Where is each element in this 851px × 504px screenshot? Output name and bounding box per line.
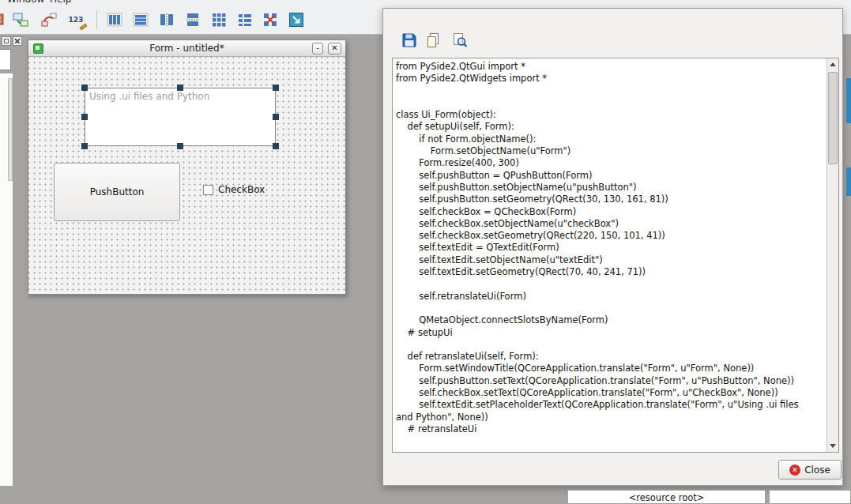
layout-form-glyph	[236, 11, 254, 28]
tab-order-numbers: 123	[69, 16, 84, 24]
up-triangle-glyph	[830, 62, 836, 66]
selection-handle-bottom-center[interactable]	[177, 143, 183, 149]
selection-handle-bottom-left[interactable]	[81, 143, 88, 149]
dock-close-icon[interactable]	[13, 36, 22, 46]
layout-grid-glyph	[210, 11, 228, 28]
resource-root-item[interactable]: <resource root>	[567, 490, 766, 504]
selection-handle-top-center[interactable]	[177, 85, 183, 91]
adjust-size-glyph	[288, 11, 305, 28]
scroll-down-icon[interactable]	[827, 440, 838, 452]
break-layout-glyph	[262, 11, 279, 28]
checkbox-label: CheckBox	[218, 184, 265, 195]
designed-checkbox[interactable]: CheckBox	[203, 184, 265, 195]
generated-python-code[interactable]: from PySide2.QtGui import * from PySide2…	[396, 61, 825, 450]
layout-splitter-horizontal-glyph	[158, 11, 175, 28]
selection-handle-bottom-right[interactable]	[273, 143, 279, 149]
layout-grid-icon[interactable]	[209, 9, 229, 30]
close-circle-icon: ✕	[789, 465, 800, 476]
widgetbox-filter-input[interactable]	[0, 49, 11, 70]
selection-handle-top-left[interactable]	[81, 85, 88, 91]
menubar: Window Help	[0, 0, 851, 6]
form-titlebar[interactable]: Form - untitled* - ✕	[28, 40, 345, 57]
form-canvas[interactable]: Using .ui files and Python PushButton Ch…	[28, 57, 345, 294]
widgetbox-scrollbar[interactable]	[8, 78, 13, 181]
pencil-glyph	[80, 24, 88, 30]
scroll-up-icon[interactable]	[827, 58, 838, 70]
edit-widgets-icon[interactable]	[0, 9, 9, 30]
scrollbar-thumb[interactable]	[828, 72, 838, 164]
code-preview-dialog: from PySide2.QtGui import * from PySide2…	[382, 8, 843, 486]
edit-signals-slots-glyph	[12, 11, 29, 28]
selection-handle-top-right[interactable]	[273, 85, 279, 91]
edit-tab-order-icon[interactable]: 123	[64, 9, 88, 30]
edit-buddies-glyph	[40, 11, 58, 28]
designer-form-window: Form - untitled* - ✕ Using .ui files and…	[28, 39, 346, 295]
form-window-title: Form - untitled*	[28, 43, 345, 54]
checkbox-box[interactable]	[203, 185, 213, 195]
layout-vertical-icon[interactable]	[130, 9, 151, 30]
edit-buddies-icon[interactable]	[39, 9, 59, 30]
designed-pushbutton[interactable]: PushButton	[54, 163, 180, 221]
edit-widgets-glyph	[0, 11, 7, 28]
find-icon[interactable]	[450, 30, 470, 51]
menu-help[interactable]: Help	[50, 0, 71, 5]
dock-float-icon[interactable]	[2, 36, 11, 46]
textedit-placeholder: Using .ui files and Python	[89, 91, 209, 102]
close-button[interactable]: ✕	[328, 43, 341, 55]
minimize-button[interactable]: -	[312, 43, 323, 55]
layout-splitter-horizontal-icon[interactable]	[156, 9, 177, 30]
close-button-label: Close	[804, 465, 830, 476]
layout-horizontal-icon[interactable]	[104, 9, 125, 30]
copy-glyph	[424, 32, 442, 49]
break-layout-icon[interactable]	[260, 9, 281, 30]
application-window: Window Help 123	[0, 0, 851, 504]
designed-textedit[interactable]: Using .ui files and Python	[85, 88, 276, 146]
layout-splitter-vertical-glyph	[184, 11, 201, 28]
code-scrollbar[interactable]	[827, 58, 838, 452]
copy-icon[interactable]	[423, 30, 443, 51]
code-editor[interactable]: from PySide2.QtGui import * from PySide2…	[392, 58, 839, 453]
float-glyph	[4, 39, 9, 43]
menu-window[interactable]: Window	[7, 0, 44, 5]
close-dialog-button[interactable]: ✕ Close	[778, 460, 842, 480]
adjust-size-icon[interactable]	[286, 9, 307, 30]
resource-panel-fragment	[769, 490, 851, 504]
background-window-edge	[846, 78, 851, 123]
edit-signals-slots-icon[interactable]	[10, 9, 31, 30]
layout-form-icon[interactable]	[235, 9, 255, 30]
layout-vertical-glyph	[132, 11, 149, 28]
save-icon[interactable]	[399, 30, 420, 51]
selection-handle-mid-right[interactable]	[273, 114, 279, 120]
layout-horizontal-glyph	[106, 11, 123, 28]
down-triangle-glyph	[830, 444, 836, 448]
layout-splitter-vertical-icon[interactable]	[183, 9, 203, 30]
save-glyph	[401, 32, 418, 49]
selection-handle-mid-left[interactable]	[81, 114, 88, 120]
toolbar-separator	[96, 10, 97, 29]
find-glyph	[451, 32, 469, 49]
background-window-edge	[846, 167, 851, 196]
